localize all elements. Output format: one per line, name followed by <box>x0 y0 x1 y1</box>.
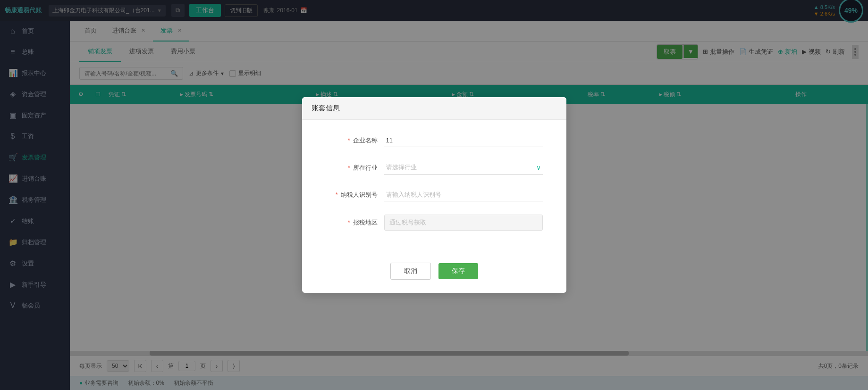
cancel-button[interactable]: 取消 <box>390 263 431 280</box>
form-row-tax-region: * 报税地区 通过税号获取 <box>326 215 543 231</box>
industry-select[interactable]: 请选择行业 ∨ <box>384 160 543 175</box>
tax-id-input[interactable] <box>384 188 543 201</box>
form-row-company-name: * 企业名称 <box>326 134 543 147</box>
industry-label: * 所在行业 <box>326 164 378 172</box>
tax-region-field: 通过税号获取 <box>384 215 543 231</box>
modal-body: * 企业名称 * 所在行业 请选择行业 ∨ * <box>302 120 566 258</box>
modal-header: 账套信息 <box>302 97 566 120</box>
form-row-industry: * 所在行业 请选择行业 ∨ <box>326 160 543 175</box>
tax-region-label: * 报税地区 <box>326 218 378 227</box>
save-button[interactable]: 保存 <box>438 263 478 279</box>
tax-id-label: * 纳税人识别号 <box>326 191 378 199</box>
form-row-tax-id: * 纳税人识别号 <box>326 188 543 201</box>
company-name-input[interactable] <box>384 134 543 147</box>
modal-overlay[interactable]: 账套信息 * 企业名称 * 所在行业 请选择行业 ∨ <box>0 0 868 390</box>
company-name-label: * 企业名称 <box>326 136 378 145</box>
modal-footer: 取消 保存 <box>302 258 566 293</box>
modal-dialog: 账套信息 * 企业名称 * 所在行业 请选择行业 ∨ <box>302 97 566 293</box>
industry-chevron-icon: ∨ <box>536 164 541 171</box>
